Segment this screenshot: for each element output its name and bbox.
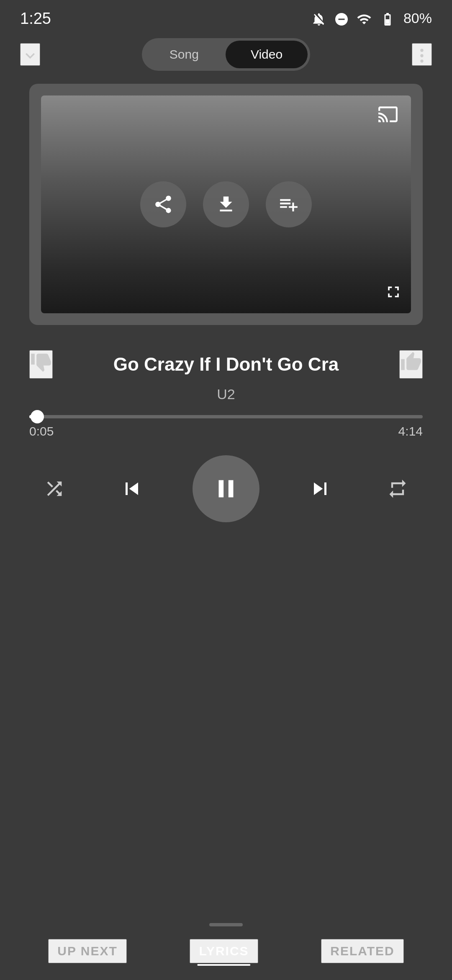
progress-bar[interactable] [29, 415, 423, 418]
collapse-button[interactable] [20, 43, 40, 66]
related-tab[interactable]: RELATED [321, 939, 403, 963]
artist-name: U2 [0, 383, 452, 415]
thumbs-down-button[interactable] [29, 350, 53, 379]
up-next-tab[interactable]: UP NEXT [48, 939, 126, 963]
song-tab-button[interactable]: Song [144, 41, 224, 68]
lyrics-tab[interactable]: LYRICS [190, 939, 258, 963]
cast-button[interactable] [378, 104, 403, 129]
svg-point-3 [420, 59, 423, 62]
progress-container: 0:05 4:14 [0, 415, 452, 438]
battery-percentage: 80% [403, 10, 432, 26]
bottom-section: UP NEXT LYRICS RELATED [0, 915, 452, 980]
pause-button[interactable] [193, 455, 259, 522]
svg-point-1 [420, 49, 423, 52]
previous-button[interactable] [115, 472, 149, 505]
download-button[interactable] [203, 181, 249, 227]
drag-handle-bar [209, 923, 243, 926]
status-icons: 80% [311, 10, 432, 27]
status-time: 1:25 [20, 10, 51, 28]
current-time: 0:05 [29, 424, 54, 438]
wifi-icon [357, 10, 372, 27]
progress-thumb [31, 410, 44, 423]
shuffle-button[interactable] [38, 472, 71, 505]
song-title: Go Crazy If I Don't Go Cra [53, 354, 399, 375]
repeat-button[interactable] [381, 472, 414, 505]
thumbs-up-button[interactable] [399, 350, 423, 379]
playback-controls [0, 443, 452, 535]
bottom-tabs: UP NEXT LYRICS RELATED [0, 931, 452, 980]
next-button[interactable] [303, 472, 337, 505]
share-button[interactable] [140, 181, 186, 227]
battery-icon [379, 10, 396, 27]
video-player[interactable] [41, 95, 411, 313]
fullscreen-button[interactable] [384, 283, 403, 305]
song-info: Go Crazy If I Don't Go Cra [0, 333, 452, 383]
more-options-button[interactable] [412, 43, 432, 66]
progress-times: 0:05 4:14 [29, 424, 423, 438]
top-nav: Song Video [0, 34, 452, 75]
drag-handle[interactable] [0, 915, 452, 931]
svg-rect-0 [385, 19, 389, 24]
status-bar: 1:25 80% [0, 0, 452, 34]
svg-point-2 [420, 54, 423, 57]
video-tab-button[interactable]: Video [226, 41, 308, 68]
video-container [29, 84, 423, 325]
add-to-queue-button[interactable] [266, 181, 312, 227]
total-time: 4:14 [398, 424, 423, 438]
bell-off-icon [311, 10, 326, 27]
video-overlay-controls [140, 181, 312, 227]
minus-circle-icon [334, 10, 349, 27]
song-video-toggle: Song Video [142, 38, 310, 71]
